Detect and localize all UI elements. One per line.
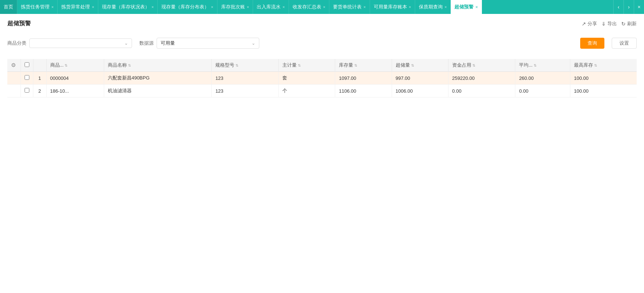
row-capital-occupied: 0.00: [448, 85, 515, 97]
close-icon[interactable]: ×: [363, 5, 366, 9]
nav-item-inout-flow[interactable]: 出入库流水×: [253, 0, 289, 14]
refresh-label: 刷新: [627, 21, 637, 27]
sort-stock-qty[interactable]: 库存量 ⇅: [339, 62, 357, 68]
sort-capital-occupied[interactable]: 资金占用 ⇅: [452, 62, 475, 68]
sort-icon-avg-price: ⇅: [534, 63, 537, 67]
sort-icon-product-name: ⇅: [128, 63, 131, 67]
nav-item-label: 收发存汇总表: [293, 4, 321, 10]
close-icon[interactable]: ×: [323, 5, 325, 9]
nav-right-arrow[interactable]: ›: [623, 0, 634, 14]
table-body: 1 0000004 六配套新昌490BPG 123 套 1097.00 997.…: [7, 72, 637, 97]
refresh-icon: ↻: [621, 21, 626, 27]
sort-spec[interactable]: 规格型号 ⇅: [215, 62, 238, 68]
sort-max-stock[interactable]: 最高库存 ⇅: [574, 62, 597, 68]
nav-close-arrow[interactable]: ×: [634, 0, 644, 14]
nav-item-stock-status[interactable]: 现存量（库存状况表）×: [98, 0, 158, 14]
product-category-select[interactable]: ⌄: [29, 38, 132, 48]
query-button[interactable]: 查询: [580, 38, 604, 49]
nav-item-label: 保质期查询: [419, 4, 443, 10]
nav-item-label: 可用量库存账本: [374, 4, 407, 10]
sort-product-code[interactable]: 商品... ⇅: [50, 62, 68, 68]
nav-left-arrow[interactable]: ‹: [613, 0, 623, 14]
gear-icon[interactable]: ⚙: [11, 62, 16, 68]
close-icon[interactable]: ×: [51, 5, 54, 9]
col-max-stock: 最高库存 ⇅: [570, 59, 637, 72]
close-icon[interactable]: ×: [475, 5, 477, 9]
sort-avg-price[interactable]: 平均... ⇅: [519, 62, 537, 68]
sort-icon-stock-qty: ⇅: [354, 63, 357, 67]
row-product-code: 186-10...: [46, 85, 104, 97]
row-gear-cell: [7, 72, 21, 85]
sort-product-name[interactable]: 商品名称 ⇅: [108, 62, 131, 68]
sort-icon-spec: ⇅: [235, 63, 238, 67]
row-gear-cell: [7, 85, 21, 97]
nav-item-overstock-warning[interactable]: 超储预警×: [451, 0, 482, 14]
data-source-filter: 数据源 可用量 ⌄: [139, 38, 259, 49]
table-header: ⚙ 商品... ⇅ 商品名称 ⇅: [7, 59, 637, 72]
table-row: 1 0000004 六配套新昌490BPG 123 套 1097.00 997.…: [7, 72, 637, 85]
row-max-stock: 100.00: [570, 85, 637, 97]
share-button[interactable]: ↗ 分享: [582, 21, 597, 27]
close-icon[interactable]: ×: [247, 5, 249, 9]
col-row-num: [33, 59, 46, 72]
close-icon[interactable]: ×: [409, 5, 411, 9]
share-label: 分享: [588, 21, 597, 27]
nav-item-task-mgmt[interactable]: 拣货任务管理×: [17, 0, 58, 14]
nav-item-label: 拣货任务管理: [21, 4, 50, 10]
export-button[interactable]: ⇓ 导出: [601, 21, 617, 27]
nav-item-label: 拣货异常处理: [61, 4, 90, 10]
sort-icon-product-code: ⇅: [65, 63, 67, 67]
export-icon: ⇓: [601, 21, 606, 27]
nav-item-stock-batch[interactable]: 库存批次账×: [217, 0, 253, 14]
product-category-filter: 商品分类 ⌄: [7, 38, 132, 48]
page-header: 超储预警 ↗ 分享 ⇓ 导出 ↻ 刷新: [7, 20, 637, 27]
close-icon[interactable]: ×: [151, 5, 154, 9]
col-unit: 主计量 ⇅: [278, 59, 335, 72]
col-overstock-qty: 超储量 ⇅: [392, 59, 448, 72]
close-icon[interactable]: ×: [211, 5, 213, 9]
nav-item-home[interactable]: 首页: [0, 0, 17, 14]
share-icon: ↗: [582, 21, 586, 27]
product-category-label: 商品分类: [7, 40, 26, 47]
row-checkbox-1[interactable]: [25, 88, 29, 93]
nav-item-label: 出入库流水: [257, 4, 281, 10]
close-icon[interactable]: ×: [282, 5, 285, 9]
col-gear: ⚙: [7, 59, 21, 72]
close-icon[interactable]: ×: [92, 5, 94, 9]
row-unit: 套: [278, 72, 335, 85]
select-all-checkbox[interactable]: [25, 62, 29, 67]
col-product-code: 商品... ⇅: [46, 59, 104, 72]
row-product-code: 0000004: [46, 72, 104, 85]
row-stock-qty: 1097.00: [335, 72, 392, 85]
top-navigation: 首页拣货任务管理×拣货异常处理×现存量（库存状况表）×现存量（库存分布表）×库存…: [0, 0, 644, 14]
nav-item-quality-check[interactable]: 保质期查询×: [415, 0, 451, 14]
data-source-select[interactable]: 可用量 ⌄: [157, 38, 259, 49]
row-checkbox-0[interactable]: [25, 75, 29, 80]
row-overstock-qty: 997.00: [392, 72, 448, 85]
refresh-button[interactable]: ↻ 刷新: [621, 21, 637, 27]
nav-item-stock-dist[interactable]: 现存量（库存分布表）×: [158, 0, 217, 14]
row-num-cell: 1: [33, 72, 46, 85]
row-checkbox-cell: [21, 85, 33, 97]
sort-overstock-qty[interactable]: 超储量 ⇅: [396, 62, 414, 68]
nav-item-label: 现存量（库存分布表）: [161, 4, 209, 10]
row-product-name: 六配套新昌490BPG: [104, 72, 212, 85]
row-spec: 123: [212, 85, 279, 97]
row-avg-price: 260.00: [515, 72, 570, 85]
row-capital-occupied: 259220.00: [448, 72, 515, 85]
row-overstock-qty: 1006.00: [392, 85, 448, 97]
nav-item-label: 超储预警: [454, 4, 473, 10]
sort-icon-unit: ⇅: [298, 63, 301, 67]
nav-item-receive-total[interactable]: 收发存汇总表×: [289, 0, 329, 14]
col-checkbox-header: [21, 59, 33, 72]
nav-item-available-stock[interactable]: 可用量库存账本×: [370, 0, 415, 14]
settings-button[interactable]: 设置: [612, 38, 637, 49]
close-icon[interactable]: ×: [444, 5, 447, 9]
page-content: 超储预警 ↗ 分享 ⇓ 导出 ↻ 刷新 商品分类 ⌄ 数据源: [0, 14, 644, 103]
sort-unit[interactable]: 主计量 ⇅: [282, 62, 301, 68]
row-spec: 123: [212, 72, 279, 85]
nav-item-exception-handle[interactable]: 拣货异常处理×: [58, 0, 98, 14]
col-capital-occupied: 资金占用 ⇅: [448, 59, 515, 72]
nav-item-order-stats[interactable]: 要货单统计表×: [329, 0, 370, 14]
nav-item-label: 现存量（库存状况表）: [102, 4, 150, 10]
